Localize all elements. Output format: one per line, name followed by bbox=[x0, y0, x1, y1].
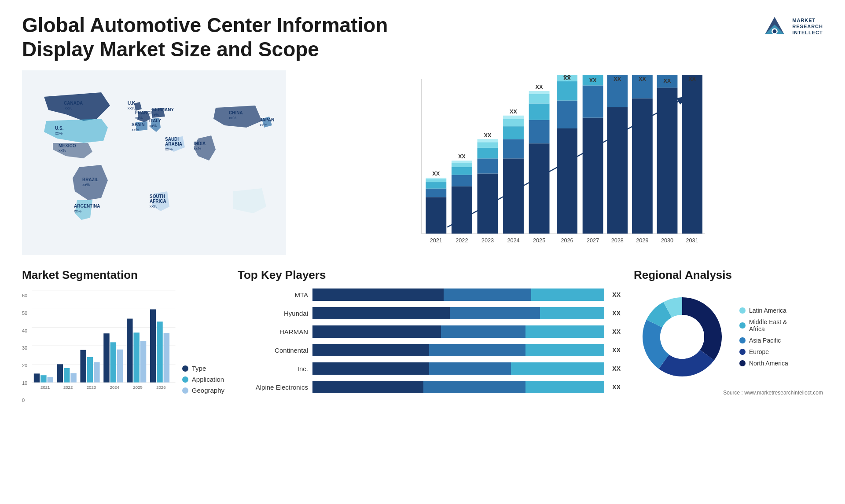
svg-rect-44 bbox=[426, 179, 446, 183]
svg-text:U.K.: U.K. bbox=[128, 101, 136, 106]
svg-text:ARGENTINA: ARGENTINA bbox=[74, 204, 100, 208]
svg-rect-72 bbox=[529, 94, 550, 103]
legend-asia-pacific: Asia Pacific bbox=[739, 337, 788, 344]
svg-rect-63 bbox=[503, 139, 524, 159]
logo-area: MARKET RESEARCH INTELLECT bbox=[761, 13, 823, 40]
svg-text:AFRICA: AFRICA bbox=[150, 199, 166, 204]
svg-rect-70 bbox=[529, 120, 550, 144]
svg-point-138 bbox=[660, 315, 704, 359]
legend-dot-type bbox=[182, 365, 188, 372]
svg-text:SOUTH: SOUTH bbox=[150, 194, 165, 199]
svg-rect-92 bbox=[657, 88, 678, 234]
page-title: Global Automotive Center Information Dis… bbox=[22, 13, 418, 62]
player-row-hyundai: Hyundai XX bbox=[238, 307, 621, 319]
player-row-inc: Inc. XX bbox=[238, 362, 621, 375]
legend-north-america: North America bbox=[739, 360, 788, 367]
svg-rect-95 bbox=[682, 75, 702, 234]
svg-rect-131 bbox=[164, 333, 169, 383]
svg-rect-73 bbox=[529, 91, 550, 94]
segmentation-chart-svg: 2021 2022 2023 2024 bbox=[32, 289, 176, 403]
svg-rect-57 bbox=[478, 148, 498, 158]
svg-text:SAUDI: SAUDI bbox=[165, 137, 179, 142]
svg-text:FRANCE: FRANCE bbox=[135, 110, 154, 115]
svg-text:2023: 2023 bbox=[87, 385, 96, 390]
svg-text:JAPAN: JAPAN bbox=[260, 117, 274, 122]
svg-rect-65 bbox=[503, 119, 524, 127]
svg-text:MEXICO: MEXICO bbox=[59, 143, 76, 148]
svg-text:GERMANY: GERMANY bbox=[151, 107, 174, 112]
svg-rect-45 bbox=[426, 178, 446, 179]
world-map-svg: CANADA xx% U.S. xx% MEXICO xx% BRAZIL xx… bbox=[22, 70, 286, 255]
svg-text:CHINA: CHINA bbox=[229, 110, 243, 115]
logo-icon bbox=[761, 13, 788, 40]
svg-text:CANADA: CANADA bbox=[64, 101, 83, 106]
svg-rect-111 bbox=[48, 377, 53, 382]
legend-europe: Europe bbox=[739, 348, 788, 355]
svg-text:xx%: xx% bbox=[82, 183, 90, 187]
svg-text:xx%: xx% bbox=[128, 106, 135, 110]
svg-rect-41 bbox=[426, 197, 446, 234]
svg-rect-127 bbox=[140, 341, 146, 383]
player-row-alpine: Alpine Electronics XX bbox=[238, 381, 621, 393]
svg-text:xx%: xx% bbox=[150, 204, 157, 208]
svg-text:XX: XX bbox=[664, 78, 671, 84]
svg-rect-123 bbox=[117, 350, 123, 383]
svg-rect-71 bbox=[529, 104, 550, 120]
svg-rect-48 bbox=[452, 186, 472, 234]
svg-text:2026: 2026 bbox=[156, 385, 165, 390]
svg-rect-52 bbox=[452, 161, 472, 163]
svg-rect-51 bbox=[452, 163, 472, 167]
svg-rect-55 bbox=[478, 174, 498, 234]
donut-chart bbox=[634, 289, 731, 385]
svg-rect-42 bbox=[426, 189, 446, 197]
svg-rect-110 bbox=[40, 376, 46, 383]
world-map-section: CANADA xx% U.S. xx% MEXICO xx% BRAZIL xx… bbox=[22, 70, 286, 259]
svg-rect-125 bbox=[127, 319, 132, 383]
growth-chart-section: XX 2021 XX 2022 XX 2023 bbox=[295, 70, 823, 259]
svg-rect-126 bbox=[134, 333, 140, 383]
market-segmentation-section: Market Segmentation 0 10 20 30 40 50 60 bbox=[22, 268, 224, 418]
svg-text:2024: 2024 bbox=[507, 237, 519, 244]
legend-geography: Geography bbox=[182, 387, 224, 394]
svg-text:XX: XX bbox=[432, 171, 440, 177]
svg-text:2026: 2026 bbox=[561, 237, 573, 244]
svg-rect-89 bbox=[632, 99, 653, 234]
top-players-section: Top Key Players MTA XX Hy bbox=[238, 268, 621, 418]
svg-text:xx%: xx% bbox=[132, 128, 139, 132]
svg-text:xx%: xx% bbox=[65, 106, 72, 110]
svg-text:xx%: xx% bbox=[194, 146, 201, 151]
segmentation-title: Market Segmentation bbox=[22, 268, 224, 282]
svg-text:ITALY: ITALY bbox=[149, 118, 162, 123]
svg-rect-117 bbox=[81, 350, 86, 383]
svg-text:2023: 2023 bbox=[481, 237, 494, 244]
svg-text:xx%: xx% bbox=[165, 147, 173, 151]
svg-rect-77 bbox=[557, 101, 577, 128]
svg-text:2028: 2028 bbox=[611, 237, 624, 244]
svg-text:xx%: xx% bbox=[229, 116, 236, 120]
svg-rect-66 bbox=[503, 116, 524, 119]
svg-text:2022: 2022 bbox=[63, 385, 73, 390]
player-row-mta: MTA XX bbox=[238, 289, 621, 301]
players-title: Top Key Players bbox=[238, 268, 621, 282]
svg-text:XX: XX bbox=[589, 77, 597, 84]
svg-text:INDIA: INDIA bbox=[194, 141, 206, 146]
player-row-continental: Continental XX bbox=[238, 344, 621, 356]
svg-rect-115 bbox=[71, 373, 77, 383]
svg-text:2031: 2031 bbox=[686, 237, 698, 244]
svg-rect-82 bbox=[583, 118, 603, 234]
svg-text:2029: 2029 bbox=[636, 237, 648, 244]
svg-rect-49 bbox=[452, 175, 472, 186]
svg-text:xx%: xx% bbox=[55, 131, 62, 135]
growth-chart-svg: XX 2021 XX 2022 XX 2023 bbox=[304, 75, 814, 255]
legend-latin-america: Latin America bbox=[739, 307, 788, 314]
svg-text:XX: XX bbox=[458, 154, 466, 160]
svg-text:2024: 2024 bbox=[110, 385, 120, 390]
svg-rect-50 bbox=[452, 167, 472, 175]
svg-text:xx%: xx% bbox=[151, 113, 159, 117]
svg-text:XX: XX bbox=[484, 132, 491, 139]
svg-text:xx%: xx% bbox=[149, 124, 157, 128]
svg-text:2021: 2021 bbox=[40, 385, 50, 390]
legend-mea: Middle East &Africa bbox=[739, 318, 788, 332]
regional-analysis-section: Regional Analysis bbox=[634, 268, 823, 418]
svg-text:XX: XX bbox=[639, 76, 646, 82]
